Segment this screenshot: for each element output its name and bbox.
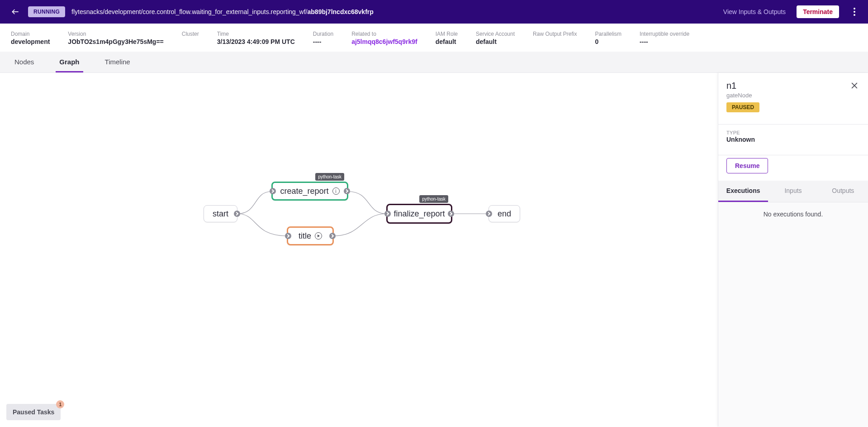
graph-node-end[interactable]: end bbox=[489, 205, 520, 222]
port-in-icon[interactable] bbox=[384, 211, 391, 217]
meta-label: Related to bbox=[351, 31, 417, 37]
port-out-icon[interactable] bbox=[329, 233, 336, 239]
meta-value: JObTO2s1m4pGgy3He75sMg== bbox=[68, 38, 163, 45]
meta-label: Interruptible override bbox=[640, 31, 689, 37]
meta-parallelism: Parallelism 0 bbox=[595, 31, 621, 45]
panel-title: n1 bbox=[726, 81, 736, 91]
meta-label: Parallelism bbox=[595, 31, 621, 37]
port-in-icon[interactable] bbox=[285, 233, 291, 239]
meta-label: Version bbox=[68, 31, 163, 37]
meta-value: 0 bbox=[595, 38, 598, 45]
meta-value: development bbox=[11, 38, 50, 45]
breadcrumb-id: ab89bj7lncdxc68vkfrp bbox=[308, 8, 374, 15]
tab-nodes[interactable]: Nodes bbox=[11, 52, 38, 72]
meta-label: Raw Output Prefix bbox=[533, 31, 577, 37]
paused-tasks-label: Paused Tasks bbox=[13, 408, 54, 416]
meta-value-link[interactable]: aj5lmqq8c6jwf5q9rk9f bbox=[351, 38, 417, 45]
meta-cluster: Cluster bbox=[182, 31, 199, 45]
main-tabs: Nodes Graph Timeline bbox=[0, 52, 868, 73]
resume-button[interactable]: Resume bbox=[726, 158, 768, 173]
meta-label: Domain bbox=[11, 31, 50, 37]
back-arrow-icon[interactable] bbox=[9, 5, 22, 18]
view-inputs-outputs-link[interactable]: View Inputs & Outputs bbox=[723, 8, 786, 15]
meta-service-account: Service Account default bbox=[476, 31, 515, 45]
graph-node-start[interactable]: start bbox=[204, 205, 237, 222]
meta-time: Time 3/13/2023 4:49:09 PM UTC bbox=[217, 31, 295, 45]
meta-label: IAM Role bbox=[436, 31, 458, 37]
node-label: end bbox=[498, 209, 511, 219]
info-icon: i bbox=[332, 187, 340, 195]
panel-tabs: Executions Inputs Outputs bbox=[718, 181, 868, 202]
close-icon[interactable] bbox=[849, 80, 860, 91]
meta-label: Time bbox=[217, 31, 295, 37]
meta-value: default bbox=[476, 38, 497, 45]
node-detail-panel: n1 gateNode PAUSED TYPE Unknown Resume E… bbox=[718, 73, 868, 427]
paused-tasks-button[interactable]: Paused Tasks 1 bbox=[6, 404, 61, 420]
meta-domain: Domain development bbox=[11, 31, 50, 45]
meta-label: Cluster bbox=[182, 31, 199, 37]
panel-tab-executions[interactable]: Executions bbox=[718, 181, 768, 202]
terminate-button[interactable]: Terminate bbox=[797, 5, 839, 18]
meta-value: ---- bbox=[640, 38, 648, 45]
node-label: create_report bbox=[280, 187, 328, 196]
meta-row: Domain development Version JObTO2s1m4pGg… bbox=[0, 24, 868, 49]
meta-label: Service Account bbox=[476, 31, 515, 37]
more-menu-icon[interactable] bbox=[848, 8, 861, 16]
breadcrumb-prefix: flytesnacks/development/core.control_flo… bbox=[71, 8, 307, 15]
meta-interruptible: Interruptible override ---- bbox=[640, 31, 689, 45]
graph-node-create-report[interactable]: python-task create_report i bbox=[271, 182, 348, 201]
graph-node-title[interactable]: title bbox=[287, 226, 334, 245]
meta-related: Related to aj5lmqq8c6jwf5q9rk9f bbox=[351, 31, 417, 45]
play-icon bbox=[315, 232, 322, 240]
panel-tab-inputs[interactable]: Inputs bbox=[768, 181, 818, 202]
graph-edges-svg bbox=[0, 73, 718, 427]
meta-value: 3/13/2023 4:49:09 PM UTC bbox=[217, 38, 295, 45]
port-in-icon[interactable] bbox=[486, 211, 492, 217]
node-label: finalize_report bbox=[394, 209, 445, 219]
type-label: TYPE bbox=[726, 130, 860, 135]
port-out-icon[interactable] bbox=[234, 211, 240, 217]
main-area: start python-task create_report i title … bbox=[0, 73, 868, 427]
meta-version: Version JObTO2s1m4pGgy3He75sMg== bbox=[68, 31, 163, 45]
topbar: RUNNING flytesnacks/development/core.con… bbox=[0, 0, 868, 24]
type-value: Unknown bbox=[726, 136, 860, 143]
graph-node-finalize-report[interactable]: python-task finalize_report bbox=[386, 204, 452, 224]
meta-value: default bbox=[436, 38, 456, 45]
graph-canvas[interactable]: start python-task create_report i title … bbox=[0, 73, 718, 427]
node-label: title bbox=[299, 231, 311, 241]
task-type-badge: python-task bbox=[315, 173, 344, 181]
no-executions-text: No executions found. bbox=[764, 211, 823, 218]
meta-duration: Duration ---- bbox=[313, 31, 333, 45]
breadcrumb[interactable]: flytesnacks/development/core.control_flo… bbox=[71, 8, 374, 15]
node-label: start bbox=[213, 209, 228, 219]
port-out-icon[interactable] bbox=[448, 211, 454, 217]
panel-tab-outputs[interactable]: Outputs bbox=[818, 181, 868, 202]
port-out-icon[interactable] bbox=[344, 188, 350, 194]
meta-value: ---- bbox=[313, 38, 322, 45]
run-status-badge: RUNNING bbox=[28, 6, 65, 17]
node-status-badge: PAUSED bbox=[726, 102, 759, 112]
meta-raw-prefix: Raw Output Prefix bbox=[533, 31, 577, 45]
port-in-icon[interactable] bbox=[270, 188, 276, 194]
tab-graph[interactable]: Graph bbox=[56, 52, 83, 72]
task-type-badge: python-task bbox=[419, 195, 448, 203]
meta-iam: IAM Role default bbox=[436, 31, 458, 45]
panel-subtitle: gateNode bbox=[726, 92, 860, 99]
meta-label: Duration bbox=[313, 31, 333, 37]
tab-timeline[interactable]: Timeline bbox=[101, 52, 134, 72]
